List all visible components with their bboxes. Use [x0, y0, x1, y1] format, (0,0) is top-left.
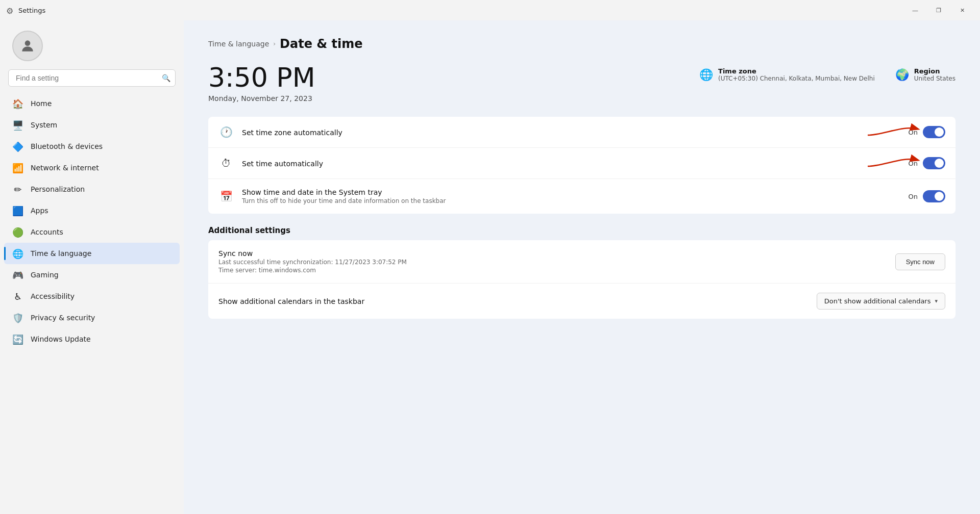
sidebar-item-network[interactable]: 📶Network & internet — [4, 157, 180, 178]
network-nav-icon: 📶 — [12, 162, 23, 173]
sidebar-item-label-accessibility: Accessibility — [31, 292, 75, 300]
minimize-button[interactable]: — — [903, 2, 927, 18]
sidebar-item-privacy[interactable]: 🛡️Privacy & security — [4, 307, 180, 328]
time-auto-state: On — [909, 160, 918, 167]
sidebar-item-time-language[interactable]: 🌐Time & language — [4, 243, 180, 264]
sidebar-item-accounts[interactable]: 🟢Accounts — [4, 221, 180, 243]
timezone-auto-toggle[interactable] — [923, 126, 945, 138]
region-value: United States — [914, 75, 955, 82]
calendar-dropdown-value: Don't show additional calendars — [824, 297, 931, 305]
additional-settings-heading: Additional settings — [208, 226, 955, 235]
sidebar-item-home[interactable]: 🏠Home — [4, 93, 180, 114]
additional-settings-card: Sync now Last successful time synchroniz… — [208, 240, 955, 319]
search-input[interactable] — [8, 69, 176, 87]
tray-state: On — [909, 193, 918, 200]
accessibility-nav-icon: ♿ — [12, 291, 23, 302]
sidebar-item-label-gaming: Gaming — [31, 271, 59, 279]
time-meta: 🌐 Time zone (UTC+05:30) Chennai, Kolkata… — [699, 63, 955, 82]
maximize-button[interactable]: ❐ — [927, 2, 950, 18]
sidebar-item-label-windows-update: Windows Update — [31, 335, 91, 343]
sidebar-item-system[interactable]: 🖥️System — [4, 114, 180, 136]
sidebar-profile — [0, 20, 184, 69]
time-date-block: 3:50 PM Monday, November 27, 2023 — [208, 63, 315, 102]
sidebar-item-label-personalization: Personalization — [31, 185, 85, 193]
time-display-row: 3:50 PM Monday, November 27, 2023 🌐 Time… — [208, 63, 955, 102]
sync-row: Sync now Last successful time synchroniz… — [208, 240, 955, 284]
region-meta: 🌍 Region United States — [895, 67, 955, 82]
current-time: 3:50 PM — [208, 63, 315, 92]
content-area: Time & language › Date & time 3:50 PM Mo… — [184, 20, 980, 514]
time-auto-label: Set time automatically — [242, 160, 323, 168]
timezone-auto-icon: 🕐 — [218, 126, 234, 138]
set-timezone-auto-row: 🕐 Set time zone automatically On — [208, 117, 955, 148]
sidebar-item-label-home: Home — [31, 99, 52, 108]
region-info: Region United States — [914, 67, 955, 82]
tray-control: On — [909, 190, 945, 202]
time-auto-control: On — [909, 157, 945, 169]
time-auto-toggle[interactable] — [923, 157, 945, 169]
sync-title: Sync now — [218, 249, 895, 258]
time-auto-icon: ⏱ — [218, 157, 234, 169]
time-auto-text: Set time automatically — [242, 159, 900, 168]
sync-last: Last successful time synchronization: 11… — [218, 259, 895, 266]
breadcrumb-chevron-icon: › — [273, 40, 276, 47]
region-icon: 🌍 — [895, 68, 909, 81]
tray-toggle[interactable] — [923, 190, 945, 202]
privacy-nav-icon: 🛡️ — [12, 312, 23, 323]
windows-update-nav-icon: 🔄 — [12, 333, 23, 345]
breadcrumb: Time & language › Date & time — [208, 37, 955, 51]
bluetooth-nav-icon: 🔷 — [12, 141, 23, 152]
apps-nav-icon: 🟦 — [12, 205, 23, 216]
window-controls: — ❐ ✕ — [903, 2, 974, 18]
sidebar-item-windows-update[interactable]: 🔄Windows Update — [4, 328, 180, 350]
timezone-meta: 🌐 Time zone (UTC+05:30) Chennai, Kolkata… — [699, 67, 875, 82]
timezone-icon: 🌐 — [699, 68, 713, 81]
calendar-label: Show additional calendars in the taskbar — [218, 297, 817, 305]
sidebar-item-label-network: Network & internet — [31, 164, 99, 172]
timezone-auto-label: Set time zone automatically — [242, 128, 342, 137]
breadcrumb-current: Date & time — [280, 37, 363, 51]
home-nav-icon: 🏠 — [12, 98, 23, 109]
timezone-value: (UTC+05:30) Chennai, Kolkata, Mumbai, Ne… — [718, 75, 875, 82]
tray-label: Show time and date in the System tray — [242, 188, 900, 196]
timezone-auto-text: Set time zone automatically — [242, 127, 900, 137]
sidebar-item-label-privacy: Privacy & security — [31, 314, 95, 322]
gaming-nav-icon: 🎮 — [12, 269, 23, 280]
sidebar-item-gaming[interactable]: 🎮Gaming — [4, 264, 180, 286]
sidebar-item-label-system: System — [31, 121, 57, 129]
timezone-label: Time zone — [718, 67, 875, 75]
avatar — [12, 31, 43, 61]
nav-list: 🏠Home🖥️System🔷Bluetooth & devices📶Networ… — [0, 93, 184, 350]
search-icon: 🔍 — [162, 74, 170, 82]
svg-point-0 — [25, 40, 31, 46]
sync-server: Time server: time.windows.com — [218, 267, 895, 274]
sidebar-item-label-time-language: Time & language — [31, 249, 91, 258]
sync-now-button[interactable]: Sync now — [895, 253, 945, 270]
sidebar-item-bluetooth[interactable]: 🔷Bluetooth & devices — [4, 136, 180, 157]
tray-text: Show time and date in the System tray Tu… — [242, 188, 900, 204]
sidebar-item-accessibility[interactable]: ♿Accessibility — [4, 286, 180, 307]
timezone-auto-control: On — [909, 126, 945, 138]
chevron-down-icon: ▾ — [935, 298, 938, 304]
accounts-nav-icon: 🟢 — [12, 226, 23, 238]
sidebar: 🔍 🏠Home🖥️System🔷Bluetooth & devices📶Netw… — [0, 20, 184, 514]
sync-text: Sync now Last successful time synchroniz… — [218, 249, 895, 274]
current-date: Monday, November 27, 2023 — [208, 94, 315, 102]
sidebar-item-label-bluetooth: Bluetooth & devices — [31, 142, 103, 150]
search-box[interactable]: 🔍 — [8, 69, 176, 87]
time-language-nav-icon: 🌐 — [12, 248, 23, 259]
tray-desc: Turn this off to hide your time and date… — [242, 197, 900, 204]
sidebar-item-label-accounts: Accounts — [31, 228, 63, 236]
calendar-dropdown[interactable]: Don't show additional calendars ▾ — [817, 293, 945, 310]
timezone-info: Time zone (UTC+05:30) Chennai, Kolkata, … — [718, 67, 875, 82]
sidebar-item-label-apps: Apps — [31, 207, 48, 215]
timezone-auto-state: On — [909, 128, 918, 136]
sidebar-item-apps[interactable]: 🟦Apps — [4, 200, 180, 221]
titlebar: ⚙ Settings — ❐ ✕ — [0, 0, 980, 20]
close-button[interactable]: ✕ — [950, 2, 974, 18]
titlebar-title: Settings — [18, 7, 903, 14]
sidebar-item-personalization[interactable]: ✏️Personalization — [4, 178, 180, 200]
personalization-nav-icon: ✏️ — [12, 184, 23, 195]
settings-icon: ⚙ — [6, 6, 14, 14]
main-settings-card: 🕐 Set time zone automatically On ⏱ — [208, 117, 955, 214]
